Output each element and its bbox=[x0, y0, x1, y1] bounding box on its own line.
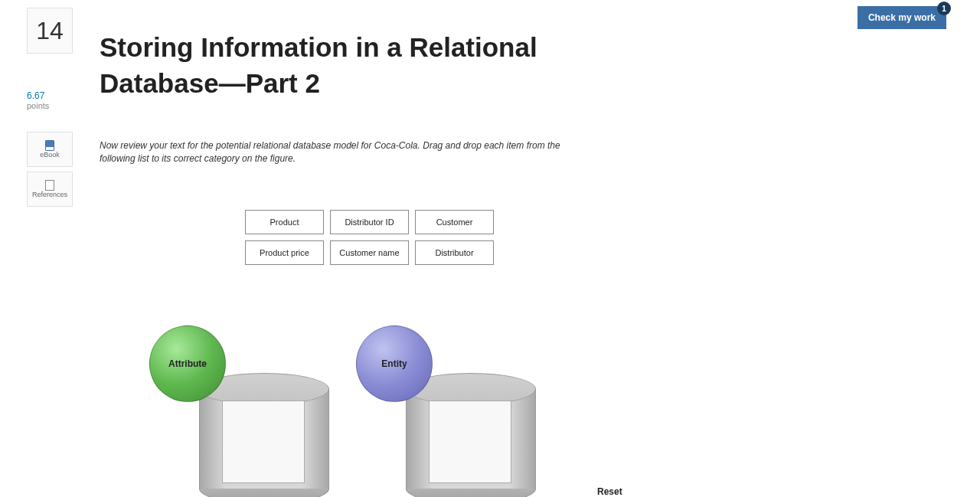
ebook-label: eBook bbox=[40, 151, 60, 159]
entity-cylinder bbox=[406, 373, 536, 495]
attribute-sphere: Attribute bbox=[149, 325, 226, 402]
references-button[interactable]: References bbox=[27, 172, 73, 207]
attribute-bucket-group: Attribute bbox=[149, 325, 364, 497]
attribute-drop-zone[interactable] bbox=[222, 401, 305, 483]
bucket-area: Attribute Entity bbox=[149, 325, 685, 497]
notification-badge: 1 bbox=[937, 2, 951, 15]
entity-bucket-group: Entity bbox=[356, 325, 570, 497]
drag-item-product[interactable]: Product bbox=[245, 210, 324, 234]
drag-items-container: Product Distributor ID Customer Product … bbox=[245, 210, 494, 265]
drag-item-distributor-id[interactable]: Distributor ID bbox=[330, 210, 409, 234]
attribute-cylinder bbox=[199, 373, 329, 495]
drag-item-product-price[interactable]: Product price bbox=[245, 240, 324, 265]
check-my-work-button[interactable]: Check my work bbox=[858, 6, 946, 29]
points-label: points bbox=[27, 101, 49, 110]
entity-drop-zone[interactable] bbox=[429, 401, 511, 483]
question-number: 14 bbox=[27, 8, 73, 54]
attribute-label: Attribute bbox=[168, 358, 207, 369]
book-icon bbox=[45, 140, 54, 151]
drag-item-customer[interactable]: Customer bbox=[415, 210, 494, 234]
entity-label: Entity bbox=[381, 358, 407, 369]
references-label: References bbox=[32, 191, 67, 198]
copy-icon bbox=[45, 180, 54, 191]
page-title: Storing Information in a Relational Data… bbox=[100, 29, 635, 102]
drag-item-customer-name[interactable]: Customer name bbox=[330, 240, 409, 265]
points-block: 6.67 points bbox=[27, 90, 49, 110]
points-value: 6.67 bbox=[27, 90, 49, 101]
reset-button[interactable]: Reset bbox=[597, 486, 622, 497]
ebook-button[interactable]: eBook bbox=[27, 132, 73, 167]
drag-item-distributor[interactable]: Distributor bbox=[415, 240, 494, 265]
entity-sphere: Entity bbox=[356, 325, 433, 402]
instructions-text: Now review your text for the potential r… bbox=[100, 139, 567, 165]
